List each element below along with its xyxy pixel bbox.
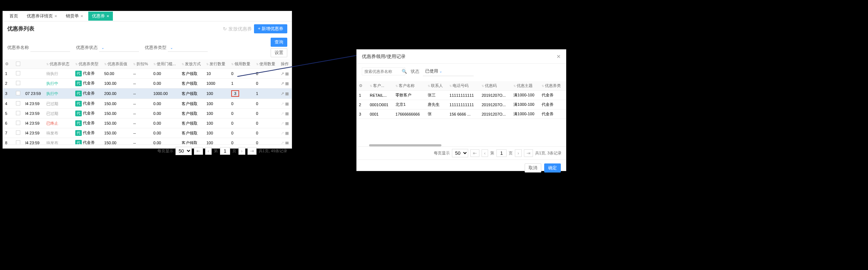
- tab-优惠券[interactable]: 优惠券✕: [88, 12, 113, 21]
- select-all-checkbox[interactable]: [16, 62, 20, 66]
- row-time: l4 23:59: [23, 138, 44, 145]
- col-subject[interactable]: ⇅优惠主题: [511, 81, 539, 91]
- table-row[interactable]: 2执行中代 代金券100.00--0.00客户领取100010: [3, 79, 292, 88]
- qr-icon[interactable]: [285, 121, 289, 125]
- claim-qty[interactable]: 3: [229, 88, 254, 99]
- filter-type-label: 优惠券类型: [145, 45, 166, 51]
- cust-name: 北京1: [393, 100, 425, 109]
- coupon-search-input[interactable]: [362, 67, 405, 75]
- row-checkbox[interactable]: [16, 130, 20, 135]
- qr-icon[interactable]: [285, 131, 289, 135]
- tab-销货单[interactable]: 销货单✕: [62, 12, 87, 21]
- claim-qty[interactable]: 1: [229, 79, 254, 88]
- qr-icon[interactable]: [285, 111, 289, 116]
- filter-name-input[interactable]: [30, 43, 70, 52]
- page-next-button[interactable]: ›: [515, 149, 521, 157]
- issue-coupon-button[interactable]: 发放优惠券: [223, 26, 252, 32]
- row-checkbox[interactable]: [16, 101, 20, 105]
- col-coupon-type[interactable]: ⇅优惠券类: [539, 81, 566, 91]
- col-face-value[interactable]: ⇅优惠券面值: [102, 59, 131, 69]
- coupon-type: 代金券: [83, 101, 95, 105]
- claim-qty[interactable]: 0: [229, 99, 254, 109]
- use-qty: 0: [254, 99, 279, 109]
- col-phone[interactable]: ⇅电话号码: [447, 81, 479, 91]
- col-cust-name[interactable]: ⇅客户名称: [393, 81, 425, 91]
- col-cust-code[interactable]: ⇅客户...: [368, 81, 393, 91]
- col-issue-method[interactable]: ⇅发放方式: [179, 59, 204, 69]
- qr-icon[interactable]: [285, 91, 289, 96]
- search-icon[interactable]: 🔍: [402, 69, 407, 74]
- confirm-button[interactable]: 确定: [544, 163, 561, 173]
- table-row[interactable]: 8l4 23:59待发布代 代金券150.00--0.00客户领取10000: [3, 138, 292, 145]
- filter-status-select[interactable]: ⌄: [99, 43, 139, 52]
- modal-status-select[interactable]: 已使用 ⌄: [423, 67, 474, 76]
- row-checkbox[interactable]: [16, 140, 20, 144]
- col-claim-qty[interactable]: ⇅领用数量: [229, 59, 254, 69]
- table-row[interactable]: 6l4 23:59已终止代 代金券150.00--0.00客户领取10000: [3, 119, 292, 128]
- row-index: 3: [357, 109, 368, 119]
- col-code[interactable]: ⇅优惠码: [479, 81, 511, 91]
- open-icon[interactable]: [281, 91, 284, 96]
- col-use-qty[interactable]: ⇅使用数量: [254, 59, 279, 69]
- table-row[interactable]: 307 23:59执行中代 代金券200.00--1000.00客户领取1003…: [3, 88, 292, 99]
- page-prev-button[interactable]: ‹: [205, 147, 212, 155]
- cancel-button[interactable]: 取消: [525, 163, 541, 173]
- modal-per-page-select[interactable]: 50: [452, 149, 468, 157]
- page-next-button[interactable]: ›: [238, 147, 245, 155]
- table-row[interactable]: 1RETAIL...零散客户张三1111111111120191207O...满…: [357, 91, 566, 100]
- row-checkbox[interactable]: [16, 111, 20, 115]
- row-checkbox[interactable]: [16, 91, 20, 95]
- row-checkbox[interactable]: [16, 81, 20, 85]
- table-row[interactable]: 5l4 23:59已过期代 代金券150.00--0.00客户领取10000: [3, 109, 292, 119]
- close-icon[interactable]: ✕: [556, 54, 561, 59]
- close-icon[interactable]: ✕: [80, 14, 83, 18]
- col-type[interactable]: ⇅优惠券类型: [73, 59, 102, 69]
- claim-count-highlighted[interactable]: 3: [231, 90, 239, 97]
- add-coupon-button[interactable]: 新增优惠券: [254, 24, 287, 33]
- table-row[interactable]: 3000117666666666张156 6666 ...20191207O..…: [357, 109, 566, 119]
- use-qty: 0: [254, 109, 279, 119]
- table-row[interactable]: 7l4 23:59待发布代 代金券150.00--0.00客户领取10000: [3, 128, 292, 138]
- page-last-button[interactable]: ⇥: [247, 147, 257, 155]
- page-input[interactable]: [220, 147, 230, 155]
- table-row[interactable]: 4l4 23:59已过期代 代金券150.00--0.00客户领取10000: [3, 99, 292, 109]
- gear-icon[interactable]: [5, 62, 9, 66]
- close-icon[interactable]: ✕: [106, 14, 109, 18]
- per-page-select[interactable]: 50: [175, 147, 192, 155]
- page-last-button[interactable]: ⇥: [524, 149, 533, 157]
- tab-首页[interactable]: 首页: [6, 12, 22, 21]
- table-row[interactable]: 1待执行代 代金券50.00--0.00客户领取1000: [3, 69, 292, 79]
- claim-qty[interactable]: 0: [229, 109, 254, 119]
- col-issue-qty[interactable]: ⇅发行数量: [204, 59, 229, 69]
- query-button[interactable]: 查询: [271, 38, 287, 47]
- qr-icon[interactable]: [285, 101, 289, 106]
- page-prev-button[interactable]: ‹: [482, 149, 488, 157]
- page-first-button[interactable]: ⇤: [470, 149, 479, 157]
- row-checkbox[interactable]: [16, 71, 20, 75]
- col-contact[interactable]: ⇅联系人: [425, 81, 447, 91]
- filter-type-select[interactable]: ⌄: [168, 43, 208, 52]
- open-icon[interactable]: [281, 71, 284, 76]
- col-status[interactable]: ⇅优惠券状态: [44, 59, 73, 69]
- claim-qty[interactable]: 0: [229, 138, 254, 145]
- gear-icon[interactable]: [359, 83, 363, 88]
- row-checkbox[interactable]: [16, 121, 20, 125]
- qr-icon[interactable]: [285, 141, 289, 145]
- table-row[interactable]: 20001O001北京1唐先生1111111111120191207O...满1…: [357, 100, 566, 109]
- issue-qty: 100: [204, 128, 229, 138]
- col-threshold[interactable]: ⇅使用门槛...: [151, 59, 179, 69]
- horizontal-scrollbar[interactable]: [369, 144, 441, 146]
- close-icon[interactable]: ✕: [54, 14, 57, 18]
- settings-button[interactable]: 设置: [271, 48, 287, 57]
- issue-method: 客户领取: [179, 128, 204, 138]
- qr-icon[interactable]: [285, 71, 289, 76]
- row-time: 07 23:59: [23, 88, 44, 99]
- claim-qty[interactable]: 0: [229, 128, 254, 138]
- page-first-button[interactable]: ⇤: [194, 147, 203, 155]
- claim-qty[interactable]: 0: [229, 119, 254, 128]
- open-icon[interactable]: [281, 81, 284, 86]
- modal-page-input[interactable]: [496, 149, 507, 157]
- qr-icon[interactable]: [285, 81, 289, 86]
- col-discount[interactable]: ⇅折扣%: [131, 59, 151, 69]
- tab-优惠券详情页[interactable]: 优惠券详情页✕: [23, 12, 61, 21]
